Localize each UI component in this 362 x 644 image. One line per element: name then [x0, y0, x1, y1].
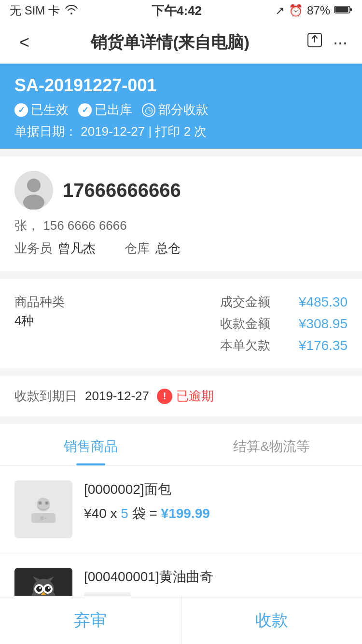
customer-name: 张， 156 6666 6666 [14, 217, 348, 234]
order-date-value: 2019-12-27 [81, 124, 145, 139]
collected-row: 收款金额 ¥308.95 [220, 315, 348, 332]
print-unit: 次 [194, 124, 207, 139]
product-price-row-1: ¥40 x 5 袋 = ¥199.99 [84, 504, 348, 523]
warehouse-info: 仓库 总仓 [125, 240, 181, 257]
print-label: 打印 [155, 124, 180, 139]
stats-left: 商品种类 4种 [14, 294, 65, 329]
print-separator: | [148, 124, 155, 139]
carrier-label: 无 SIM 卡 [10, 3, 60, 18]
stats-section: 商品种类 4种 成交金额 ¥485.30 收款金额 ¥308.95 本单欠款 ¥… [0, 279, 362, 368]
page-title: 销货单详情(来自电脑) [91, 31, 250, 54]
status-bar-left: 无 SIM 卡 [10, 3, 78, 18]
tab-settlement[interactable]: 结算&物流等 [181, 424, 362, 465]
deal-value: ¥485.30 [280, 294, 348, 310]
svg-point-10 [39, 502, 41, 504]
order-status-row: 已生效 已出库 部分收款 [14, 101, 348, 118]
confirm-button[interactable]: 收款 [181, 596, 362, 644]
status-bar: 无 SIM 卡 下午4:42 ↗ ⏰ 87% [0, 0, 362, 21]
sales-info: 业务员 曾凡杰 [14, 240, 96, 257]
status-active-label: 已生效 [31, 101, 69, 118]
svg-point-19 [36, 586, 42, 592]
collected-label: 收款金额 [220, 315, 270, 332]
status-shipped: 已出库 [78, 101, 132, 118]
category-label: 商品种类 [14, 294, 65, 310]
status-partial-label: 部分收款 [158, 101, 209, 118]
stats-right: 成交金额 ¥485.30 收款金额 ¥308.95 本单欠款 ¥176.35 [220, 294, 348, 354]
svg-rect-1 [335, 7, 348, 13]
status-bar-time: 下午4:42 [152, 2, 202, 19]
warehouse-value: 总仓 [155, 240, 181, 257]
tabs-header: 销售商品 结算&物流等 [0, 424, 362, 466]
bottom-bar: 弃审 收款 [0, 596, 362, 644]
product-total-1: ¥199.99 [161, 506, 210, 521]
share-icon[interactable] [306, 31, 323, 53]
status-active: 已生效 [14, 101, 69, 118]
svg-point-20 [45, 586, 51, 592]
debt-label: 本单欠款 [220, 337, 270, 354]
date-label: 单据日期： [14, 124, 77, 139]
sales-value: 曾凡杰 [58, 240, 96, 257]
svg-point-5 [27, 179, 41, 192]
battery-label: 87% [307, 4, 330, 17]
customer-alt-phone: 156 6666 6666 [43, 218, 127, 233]
category-value: 4种 [14, 312, 65, 329]
print-count: 2 [184, 124, 191, 139]
sales-label: 业务员 [14, 240, 52, 257]
clock-icon [142, 103, 155, 117]
customer-main-row: 17666666666 [14, 171, 348, 210]
nav-actions: ··· [306, 31, 348, 53]
product-item: 单+ [0000002]面包 ¥40 x 5 袋 = ¥199.99 [0, 466, 362, 553]
wifi-icon [65, 4, 78, 17]
svg-point-11 [46, 502, 48, 504]
check-icon-shipped [78, 103, 92, 117]
status-shipped-label: 已出库 [95, 101, 132, 118]
order-header-banner: SA-20191227-001 已生效 已出库 部分收款 单据日期： 2019-… [0, 64, 362, 149]
collected-value: ¥308.95 [280, 316, 348, 332]
cancel-button[interactable]: 弃审 [0, 596, 181, 644]
due-date-section: 收款到期日 2019-12-27 ! 已逾期 [0, 376, 362, 416]
back-button[interactable]: < [14, 28, 34, 57]
svg-rect-2 [350, 8, 352, 11]
overdue-badge: ! 已逾期 [157, 388, 214, 405]
product-name-2: [000400001]黄油曲奇 [84, 568, 348, 586]
location-icon: ↗ [275, 4, 285, 17]
debt-value: ¥176.35 [280, 338, 348, 353]
overdue-icon: ! [157, 389, 172, 404]
product-qty-1: 5 [121, 506, 128, 521]
svg-text:单+: 单+ [40, 516, 47, 521]
status-bar-right: ↗ ⏰ 87% [275, 4, 352, 17]
svg-point-22 [48, 587, 50, 589]
due-label: 收款到期日 [14, 388, 77, 405]
overdue-text: 已逾期 [176, 388, 214, 405]
svg-point-6 [23, 195, 44, 210]
customer-info-row: 业务员 曾凡杰 仓库 总仓 [14, 240, 348, 257]
status-partial: 部分收款 [142, 101, 209, 118]
nav-bar: < 销货单详情(来自电脑) ··· [0, 21, 362, 64]
more-icon[interactable]: ··· [333, 32, 348, 53]
debt-row: 本单欠款 ¥176.35 [220, 337, 348, 354]
tab-sales-products[interactable]: 销售商品 [0, 424, 181, 465]
alarm-icon: ⏰ [289, 4, 303, 17]
warehouse-label: 仓库 [125, 240, 150, 257]
product-name-1: [0000002]面包 [84, 480, 348, 499]
order-date-row: 单据日期： 2019-12-27 | 打印 2 次 [14, 123, 348, 140]
avatar [14, 171, 53, 210]
customer-section: 17666666666 张， 156 6666 6666 业务员 曾凡杰 仓库 … [0, 156, 362, 271]
deal-label: 成交金额 [220, 294, 270, 310]
battery-icon [334, 4, 352, 17]
svg-point-21 [39, 587, 41, 589]
order-id: SA-20191227-001 [14, 75, 348, 96]
product-info-1: [0000002]面包 ¥40 x 5 袋 = ¥199.99 [84, 480, 348, 523]
due-date-value: 2019-12-27 [85, 389, 149, 404]
product-image-1: 单+ [14, 480, 72, 538]
customer-phone: 17666666666 [63, 180, 181, 201]
check-icon-active [14, 103, 28, 117]
deal-row: 成交金额 ¥485.30 [220, 294, 348, 310]
